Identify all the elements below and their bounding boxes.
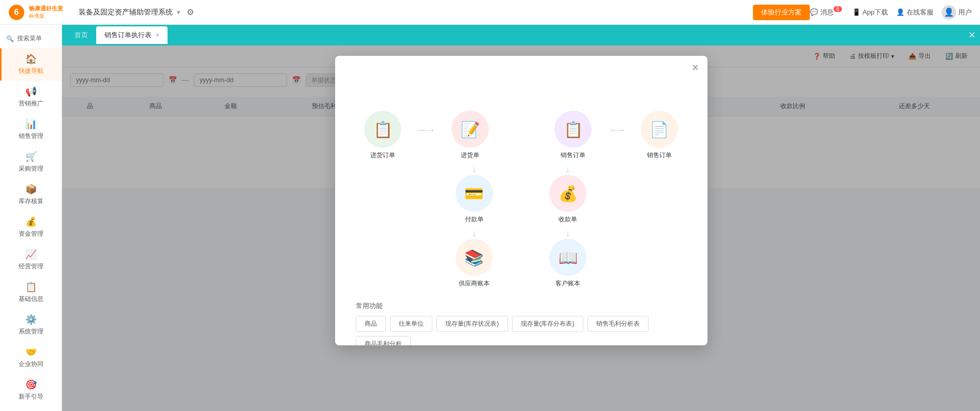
close-all-btn[interactable]: ✕ bbox=[968, 29, 976, 41]
purchase-receipt-label: 进货单 bbox=[461, 151, 479, 160]
customer-label: 客户账本 bbox=[555, 279, 580, 288]
sidebar-item-finance[interactable]: 💰 资金管理 bbox=[0, 211, 62, 243]
modal-body: 📋 进货订单 - - → 📝 进货单 bbox=[335, 56, 707, 345]
func-buttons: 商品 往来单位 现存量(库存状况表) 现存量(库存分布表) 销售毛利分析表 商品… bbox=[356, 316, 687, 345]
page-content: ❓ 帮助 🖨 按模板打印 ▾ 📤 导出 🔄 刷新 bbox=[62, 45, 980, 411]
customer-account-node[interactable]: 📖 客户账本 bbox=[549, 239, 586, 288]
sales-icon: 📊 bbox=[25, 118, 37, 130]
flow-down-arrows-1: ↓ ↓ bbox=[356, 164, 687, 175]
online-service-btn[interactable]: 👤 在线客服 bbox=[896, 8, 933, 17]
modal-close-btn[interactable]: ✕ bbox=[691, 62, 699, 73]
purchase-order-node[interactable]: 📋 进货订单 bbox=[364, 111, 401, 160]
try-btn[interactable]: 体验行业方案 bbox=[753, 5, 810, 20]
receipt-circle: 💰 bbox=[549, 175, 586, 212]
sales-order-node[interactable]: 📋 销售订单 bbox=[554, 111, 592, 160]
message-badge: 6 bbox=[834, 6, 842, 12]
top-right: 💬 消息 6 📱 App下载 👤 在线客服 👤 用户 bbox=[810, 5, 972, 20]
app-download-btn[interactable]: 📱 App下载 bbox=[852, 8, 888, 17]
down-arrow-receipt: ↓ bbox=[549, 228, 586, 239]
modal: ✕ bbox=[335, 56, 707, 345]
marketing-icon: 📢 bbox=[25, 86, 37, 97]
tab-close-icon[interactable]: × bbox=[156, 32, 159, 39]
guide-icon: 🎯 bbox=[25, 379, 37, 390]
func-btn-product[interactable]: 商品 bbox=[356, 316, 386, 332]
sidebar-item-label-sales: 销售管理 bbox=[19, 132, 43, 141]
down-arrow-purchase: ↓ bbox=[456, 164, 493, 175]
payment-circle: 💳 bbox=[456, 175, 493, 212]
message-btn[interactable]: 💬 消息 6 bbox=[810, 8, 844, 17]
arrow-purchase: - - → bbox=[419, 124, 434, 136]
arrow-sales: ←- - bbox=[609, 124, 623, 136]
sidebar-item-inventory[interactable]: 📦 库存核算 bbox=[0, 178, 62, 211]
inventory-icon: 📦 bbox=[25, 184, 37, 195]
online-service-label: 在线客服 bbox=[907, 8, 933, 17]
purchase-icon: 🛒 bbox=[25, 151, 37, 162]
system-title-area: 装备及固定资产辅助管理系统 ▾ ⚙ bbox=[70, 7, 747, 17]
flow-row-1: 📋 进货订单 - - → 📝 进货单 bbox=[356, 111, 687, 160]
down-arrow-payment: ↓ bbox=[456, 228, 493, 239]
tab-home[interactable]: 首页 bbox=[66, 26, 96, 44]
finance-icon: 💰 bbox=[25, 216, 37, 227]
tab-current[interactable]: 销售订单执行表 × bbox=[96, 26, 168, 44]
sidebar-item-marketing[interactable]: 📢 营销推广 bbox=[0, 81, 62, 113]
sidebar-item-label-home: 快捷导航 bbox=[19, 67, 43, 75]
sidebar-item-system[interactable]: ⚙️ 系统管理 bbox=[0, 309, 62, 341]
home-icon: 🏠 bbox=[25, 53, 37, 65]
search-icon: 🔍 bbox=[6, 35, 14, 42]
sidebar-item-label-collab: 企业协同 bbox=[19, 360, 43, 369]
flow-diagram bbox=[356, 71, 687, 102]
sidebar-item-label-basic-info: 基础信息 bbox=[19, 295, 43, 303]
common-functions-title: 常用功能 bbox=[356, 301, 687, 311]
sidebar-item-home[interactable]: 🏠 快捷导航 bbox=[0, 48, 62, 81]
content-area: 首页 销售订单执行表 × ✕ ❓ 帮助 🖨 按模板打印 ▾ bbox=[62, 25, 980, 411]
sidebar-item-sales[interactable]: 📊 销售管理 bbox=[0, 113, 62, 146]
avatar: 👤 bbox=[942, 5, 956, 20]
flow-row-2: 💳 付款单 💰 收款单 bbox=[356, 175, 687, 224]
sidebar-item-label-marketing: 营销推广 bbox=[19, 99, 43, 108]
sales-order-label: 销售订单 bbox=[561, 151, 585, 160]
sidebar-item-label-guide: 新手引导 bbox=[19, 392, 43, 401]
supplier-label: 供应商账本 bbox=[459, 279, 490, 288]
sidebar-item-basic-info[interactable]: 📋 基础信息 bbox=[0, 276, 62, 309]
purchase-order-label: 进货订单 bbox=[370, 151, 395, 160]
sidebar-item-label-system: 系统管理 bbox=[19, 327, 43, 336]
func-btn-stock-status[interactable]: 现存量(库存状况表) bbox=[436, 316, 508, 332]
sidebar-item-guide[interactable]: 🎯 新手引导 bbox=[0, 374, 62, 406]
receipt-node[interactable]: 💰 收款单 bbox=[549, 175, 586, 224]
top-bar: 6 畅康通好生意 标准版 装备及固定资产辅助管理系统 ▾ ⚙ 体验行业方案 💬 … bbox=[0, 0, 980, 25]
system-title-text: 装备及固定资产辅助管理系统 bbox=[79, 8, 173, 17]
svg-text:6: 6 bbox=[14, 8, 19, 17]
collab-icon: 🤝 bbox=[25, 346, 37, 358]
sidebar-item-management[interactable]: 📈 经营管理 bbox=[0, 243, 62, 276]
service-icon: 👤 bbox=[896, 8, 904, 16]
receipt-label: 收款单 bbox=[559, 215, 577, 224]
modal-overlay: ✕ bbox=[62, 45, 980, 411]
func-btn-counterparty[interactable]: 往来单位 bbox=[390, 316, 432, 332]
supplier-account-node[interactable]: 📚 供应商账本 bbox=[456, 239, 493, 288]
purchase-receipt-node[interactable]: 📝 进货单 bbox=[451, 111, 489, 160]
sales-receipt-label: 销售订单 bbox=[647, 151, 672, 160]
flow-row-3: 📚 供应商账本 📖 客户账本 bbox=[356, 239, 687, 288]
func-btn-stock-dist[interactable]: 现存量(库存分布表) bbox=[512, 316, 583, 332]
dropdown-icon[interactable]: ▾ bbox=[177, 8, 180, 16]
flow-layout: 📋 进货订单 - - → 📝 进货单 bbox=[356, 111, 687, 296]
supplier-circle: 📚 bbox=[456, 239, 493, 276]
user-area[interactable]: 👤 用户 bbox=[942, 5, 972, 20]
tab-bar: 首页 销售订单执行表 × ✕ bbox=[62, 25, 980, 45]
logo-icon: 6 bbox=[8, 4, 25, 21]
payment-node[interactable]: 💳 付款单 bbox=[456, 175, 493, 224]
sidebar-item-collab[interactable]: 🤝 企业协同 bbox=[0, 341, 62, 374]
logo-text: 畅康通好生意 标准版 bbox=[29, 5, 63, 20]
sales-receipt-node[interactable]: 📄 销售订单 bbox=[641, 111, 678, 160]
purchase-order-circle: 📋 bbox=[364, 111, 401, 148]
func-btn-product-profit[interactable]: 商品毛利分析 bbox=[356, 336, 411, 345]
search-menu[interactable]: 🔍 搜索菜单 bbox=[0, 29, 62, 48]
func-btn-sales-profit[interactable]: 销售毛利分析表 bbox=[587, 316, 649, 332]
management-icon: 📈 bbox=[25, 249, 37, 260]
settings-icon[interactable]: ⚙ bbox=[187, 7, 194, 17]
logo-area: 6 畅康通好生意 标准版 bbox=[8, 4, 70, 21]
customer-circle: 📖 bbox=[549, 239, 586, 276]
sidebar-item-purchase[interactable]: 🛒 采购管理 bbox=[0, 146, 62, 178]
system-icon: ⚙️ bbox=[25, 314, 37, 325]
message-label: 消息 bbox=[820, 8, 834, 17]
